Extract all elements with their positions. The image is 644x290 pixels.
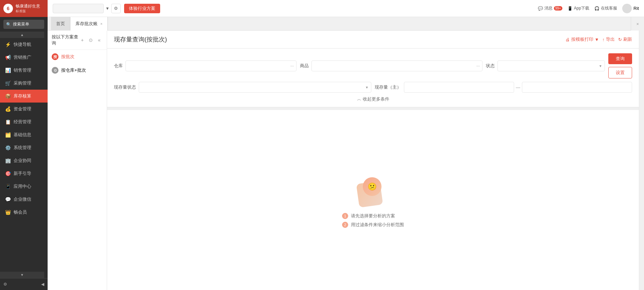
purchase-icon: 🛒: [5, 80, 11, 86]
inventory-icon: 📦: [5, 93, 11, 99]
user-profile[interactable]: Rit: [622, 4, 639, 13]
scheme-label-batch: 按批次: [61, 54, 74, 60]
scheme-item-batch[interactable]: 按 按批次: [48, 50, 107, 64]
app-download-button[interactable]: 📱 App下载: [567, 5, 589, 11]
finance-icon: 💰: [5, 106, 11, 112]
search-icon: 🔍: [6, 22, 11, 27]
online-service-button[interactable]: 🎧 在线客服: [594, 5, 617, 11]
inventory-qty-from-input[interactable]: [404, 82, 514, 93]
collapse-panel-button[interactable]: «: [96, 37, 103, 43]
face-shape: 😕: [363, 177, 382, 196]
sidebar-item-operations[interactable]: 📋 经营管理: [0, 115, 48, 128]
manage-scheme-button[interactable]: ⊙: [87, 37, 94, 43]
right-scrollbar[interactable]: [639, 31, 644, 290]
sidebar-item-inventory[interactable]: 📦 库存核算: [0, 90, 48, 103]
sidebar-item-basic[interactable]: 🗂️ 基础信息: [0, 128, 48, 141]
sidebar-item-quick-nav[interactable]: ⚡ 快捷导航: [0, 38, 48, 51]
sidebar-settings-button[interactable]: ⚙: [3, 282, 7, 287]
experience-button[interactable]: 体验行业方案: [124, 4, 160, 13]
filter-row-2: 现存量状态 现存量（主） —: [114, 82, 632, 93]
query-button[interactable]: 查询: [608, 53, 632, 64]
collapse-filter-button[interactable]: ︿ 收起更多条件: [114, 96, 632, 102]
avatar: [622, 4, 632, 13]
warehouse-filter-group: 仓库 ···: [114, 60, 296, 71]
sidebar-scroll-up[interactable]: ▲: [0, 32, 44, 38]
sidebar-item-wechat[interactable]: 💬 企业微信: [0, 193, 48, 206]
chevron-up-icon: ︿: [357, 96, 361, 102]
empty-tips: 1 请先选择要分析的方案 2 用过滤条件来缩小分析范围: [342, 213, 404, 228]
warehouse-input[interactable]: [125, 60, 296, 71]
status-select-wrapper: [497, 60, 605, 71]
scheme-label-warehouse-batch: 按仓库+批次: [61, 67, 86, 73]
topbar-settings-button[interactable]: ⚙: [111, 4, 121, 13]
inventory-qty-to-input[interactable]: [522, 82, 632, 93]
left-panel-header-buttons: + ⊙ «: [79, 37, 103, 43]
message-icon: 💬: [538, 6, 543, 11]
left-panel-header: 按以下方案查询 + ⊙ «: [48, 31, 107, 50]
tab-close-icon[interactable]: ×: [100, 22, 102, 26]
print-label: 按模板打印: [571, 36, 593, 42]
tip-number-2: 2: [342, 222, 348, 228]
sidebar: 6 畅康通好生意 标准版 🔍 搜索菜单 ▲ ⚡ 快捷导航 📢 营销推广: [0, 0, 48, 290]
sidebar-item-label: 库存核算: [14, 93, 31, 99]
sidebar-item-marketing[interactable]: 📢 营销推广: [0, 51, 48, 64]
sidebar-item-label: 企业微信: [14, 196, 31, 202]
product-input[interactable]: [311, 60, 482, 71]
tip-text-2: 用过滤条件来缩小分析范围: [351, 222, 404, 228]
tab-batch-ledger[interactable]: 库存批次账 ×: [70, 17, 108, 31]
warehouse-input-icon[interactable]: ···: [290, 64, 294, 68]
sidebar-collapse-button[interactable]: ◀: [41, 282, 44, 287]
topbar-dropdown-button[interactable]: ▼: [105, 4, 109, 13]
add-scheme-button[interactable]: +: [79, 37, 86, 43]
inventory-qty-to-container: [522, 82, 632, 93]
tip-text-1: 请先选择要分析的方案: [351, 213, 395, 219]
messages-button[interactable]: 💬 消息 99+: [538, 5, 562, 11]
sidebar-item-finance[interactable]: 💰 资金管理: [0, 103, 48, 115]
close-icon: ×: [636, 21, 639, 26]
warehouse-input-container: ···: [125, 60, 296, 71]
status-select[interactable]: [497, 60, 605, 71]
sidebar-item-newbie[interactable]: 🎯 新手引导: [0, 167, 48, 180]
product-input-icon[interactable]: ···: [476, 64, 480, 68]
topbar-search-area: ▼ ⚙: [53, 4, 121, 13]
sidebar-item-member[interactable]: 👑 畅会员: [0, 206, 48, 219]
sidebar-item-label: 系统管理: [14, 145, 31, 151]
export-button[interactable]: ↑ 导出: [603, 36, 615, 42]
scheme-item-warehouse-batch[interactable]: ⊙ 按仓库+批次: [48, 64, 107, 77]
sidebar-item-apps[interactable]: 📱 应用中心: [0, 180, 48, 193]
inventory-qty-filter-group: 现存量（主） —: [375, 82, 632, 93]
settings-button[interactable]: 设置: [608, 67, 632, 78]
panel-close-button[interactable]: ×: [631, 17, 644, 31]
inventory-qty-from-container: [404, 82, 514, 93]
online-service-label: 在线客服: [601, 5, 617, 11]
refresh-button[interactable]: ↻ 刷新: [618, 36, 632, 42]
inventory-status-select[interactable]: [139, 82, 371, 93]
sidebar-search-button[interactable]: 🔍 搜索菜单: [3, 20, 44, 29]
inventory-qty-dash: —: [514, 85, 522, 90]
sidebar-item-label: 应用中心: [14, 183, 31, 189]
action-buttons: 查询 设置: [608, 53, 632, 78]
quick-nav-icon: ⚡: [5, 41, 11, 48]
sidebar-scroll-down[interactable]: ▼: [0, 272, 44, 278]
left-panel-title: 按以下方案查询: [52, 34, 79, 46]
marketing-icon: 📢: [5, 54, 11, 60]
member-icon: 👑: [5, 209, 11, 215]
collapse-icon: ◀: [41, 282, 44, 287]
sidebar-item-sales[interactable]: 📊 销售管理: [0, 64, 48, 77]
inventory-status-label: 现存量状态: [114, 84, 136, 90]
brand-name: 畅康通好生意: [16, 4, 40, 9]
sidebar-item-purchase[interactable]: 🛒 采购管理: [0, 77, 48, 90]
page-header: 现存量查询(按批次) 🖨 按模板打印 ▼ ↑ 导出 ↻: [107, 31, 639, 49]
sidebar-item-system[interactable]: ⚙️ 系统管理: [0, 141, 48, 154]
print-button[interactable]: 🖨 按模板打印 ▼: [565, 36, 599, 42]
sidebar-header: 6 畅康通好生意 标准版: [0, 0, 48, 17]
topbar-search-input[interactable]: [53, 4, 104, 13]
tab-home[interactable]: 首页: [51, 17, 70, 31]
messages-badge: 99+: [554, 6, 562, 11]
sidebar-item-label: 基础信息: [14, 132, 31, 138]
settings-icon: ⚙: [3, 282, 7, 287]
main-area: 现存量查询(按批次) 🖨 按模板打印 ▼ ↑ 导出 ↻: [107, 31, 639, 290]
sidebar-item-label: 营销推广: [14, 54, 31, 60]
page-title: 现存量查询(按批次): [114, 35, 167, 43]
sidebar-item-enterprise[interactable]: 🏢 企业协同: [0, 154, 48, 167]
